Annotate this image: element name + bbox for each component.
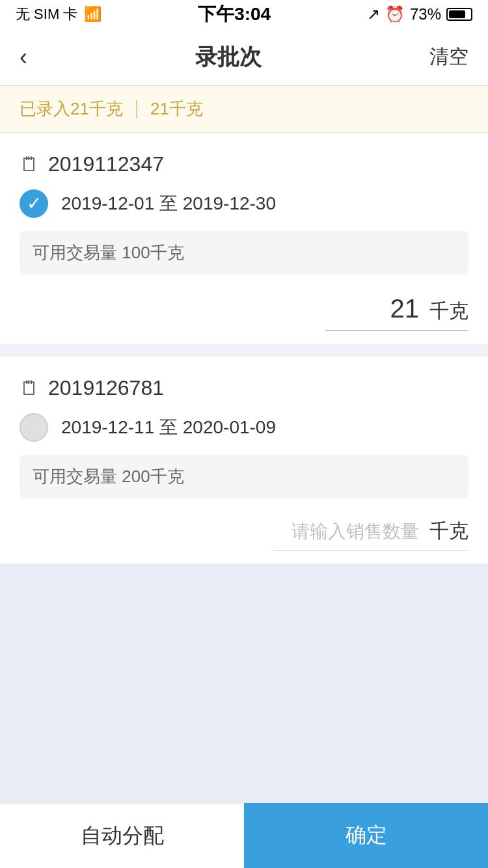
batch-1-date-row[interactable]: ✓ 2019-12-01 至 2019-12-30 bbox=[0, 183, 488, 224]
footer: 自动分配 确定 bbox=[0, 803, 488, 868]
batch-1-quantity-unit: 千克 bbox=[429, 298, 468, 325]
status-bar: 无 SIM 卡 📶 下午3:04 ↗ ⏰ 73% bbox=[0, 0, 488, 29]
batch-2-input-wrapper: 请输入销售数量 千克 bbox=[0, 511, 488, 563]
batch-1-number: 2019112347 bbox=[48, 152, 164, 176]
batch-1-icon: 🗒 bbox=[20, 154, 39, 176]
card-separator-1 bbox=[0, 344, 488, 357]
main-content: 🗒 2019112347 ✓ 2019-12-01 至 2019-12-30 可… bbox=[0, 133, 488, 868]
batch-1-radio[interactable]: ✓ bbox=[20, 189, 48, 218]
batch-2-radio[interactable] bbox=[20, 413, 48, 442]
summary-recorded: 已录入21千克 bbox=[20, 98, 123, 120]
summary-divider bbox=[136, 100, 137, 118]
status-time: 下午3:04 bbox=[198, 2, 271, 27]
auto-distribute-button[interactable]: 自动分配 bbox=[0, 803, 244, 868]
page-title: 录批次 bbox=[195, 42, 262, 72]
batch-2-input-display[interactable]: 请输入销售数量 千克 bbox=[273, 518, 468, 550]
location-icon: ↗ bbox=[367, 5, 380, 23]
nav-bar: ‹ 录批次 清空 bbox=[0, 29, 488, 86]
batch-2-input-placeholder: 请输入销售数量 bbox=[291, 519, 419, 544]
status-left: 无 SIM 卡 📶 bbox=[16, 5, 102, 24]
alarm-icon: ⏰ bbox=[385, 5, 405, 23]
batch-2-number: 2019126781 bbox=[48, 376, 164, 400]
batch-2-header: 🗒 2019126781 bbox=[0, 357, 488, 407]
batch-2-date: 2019-12-11 至 2020-01-09 bbox=[61, 415, 276, 440]
batch-2-input-unit: 千克 bbox=[429, 518, 468, 545]
confirm-button[interactable]: 确定 bbox=[244, 803, 488, 868]
batch-2-icon: 🗒 bbox=[20, 377, 39, 400]
batch-card-2: 🗒 2019126781 2019-12-11 至 2020-01-09 可用交… bbox=[0, 357, 488, 563]
battery-icon bbox=[446, 8, 472, 21]
status-right: ↗ ⏰ 73% bbox=[367, 5, 472, 23]
batch-card-1: 🗒 2019112347 ✓ 2019-12-01 至 2019-12-30 可… bbox=[0, 133, 488, 344]
batch-1-quantity-wrapper: 21 千克 bbox=[0, 288, 488, 344]
batch-2-availability: 可用交易量 200千克 bbox=[20, 455, 468, 498]
batch-2-date-row[interactable]: 2019-12-11 至 2020-01-09 bbox=[0, 407, 488, 448]
batch-1-availability: 可用交易量 100千克 bbox=[20, 231, 468, 275]
batch-1-header: 🗒 2019112347 bbox=[0, 133, 488, 183]
bottom-empty-area bbox=[0, 563, 488, 824]
batch-1-date: 2019-12-01 至 2019-12-30 bbox=[61, 191, 276, 216]
back-button[interactable]: ‹ bbox=[20, 44, 27, 71]
summary-value: 21千克 bbox=[150, 98, 203, 120]
checkmark-icon: ✓ bbox=[27, 195, 42, 213]
no-sim-text: 无 SIM 卡 bbox=[16, 5, 77, 24]
batch-1-quantity-value: 21 bbox=[390, 294, 420, 323]
batch-1-quantity-display[interactable]: 21 千克 bbox=[325, 294, 468, 331]
clear-button[interactable]: 清空 bbox=[429, 44, 468, 70]
summary-bar: 已录入21千克 21千克 bbox=[0, 86, 488, 133]
wifi-icon: 📶 bbox=[84, 6, 102, 23]
battery-text: 73% bbox=[410, 5, 441, 23]
